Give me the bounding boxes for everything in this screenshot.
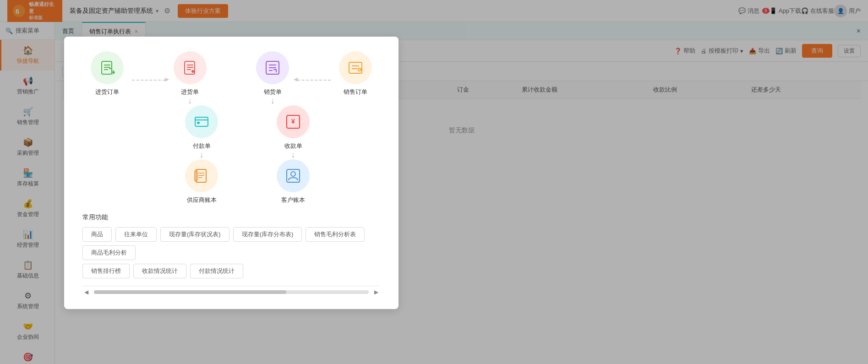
sales-order-icon [347, 60, 364, 76]
supplier-ledger-icon [193, 168, 210, 184]
flow-item-purchase-bill[interactable]: 进货单 [165, 51, 215, 96]
flow-item-supplier-ledger[interactable]: 供应商账本 [174, 159, 229, 204]
sales-bill-label: 销货单 [264, 88, 282, 96]
svg-text:¥: ¥ [291, 118, 295, 125]
common-func-title: 常用功能 [82, 213, 380, 222]
flow-item-payment[interactable]: ¥ 付款单 [174, 105, 229, 150]
func-btn-sales-gross[interactable]: 销售毛利分析表 [306, 227, 365, 242]
func-btn-sales-rank[interactable]: 销售排行榜 [82, 264, 130, 278]
sales-order-circle [339, 51, 372, 84]
scroll-track [94, 290, 369, 294]
purchase-order-icon [99, 60, 115, 76]
svg-point-10 [191, 70, 194, 73]
func-btn-receipt-stats[interactable]: 收款情况统计 [133, 264, 186, 278]
func-buttons-row2: 销售排行榜 收款情况统计 付款情况统计 [82, 264, 380, 278]
svg-rect-15 [349, 62, 362, 73]
func-btn-payment-stats[interactable]: 付款情况统计 [190, 264, 243, 278]
quick-nav-popup: 进货订单 ▶ 进货单 [64, 37, 399, 309]
receipt-circle: ¥ [277, 105, 310, 138]
customer-ledger-circle [277, 159, 310, 192]
receipt-label: 收款单 [284, 142, 302, 150]
func-btn-stock-dist[interactable]: 现存量(库存分布表) [233, 227, 302, 242]
func-buttons-row1: 商品 往来单位 现存量(库存状况表) 现存量(库存分布表) 销售毛利分析表 商品… [82, 227, 380, 260]
func-btn-contacts[interactable]: 往来单位 [115, 227, 157, 242]
func-btn-product[interactable]: 商品 [82, 227, 112, 242]
sales-bill-circle [256, 51, 289, 84]
sales-bill-icon [264, 60, 281, 76]
common-func-section: 常用功能 商品 往来单位 现存量(库存状况表) 现存量(库存分布表) 销售毛利分… [82, 213, 380, 278]
svg-text:¥: ¥ [197, 121, 200, 125]
purchase-bill-circle [174, 51, 207, 84]
receipt-icon: ¥ [285, 114, 301, 130]
customer-ledger-icon [285, 168, 301, 184]
scroll-right-button[interactable]: ▶ [372, 289, 380, 295]
supplier-ledger-circle [185, 159, 218, 192]
svg-point-18 [358, 68, 361, 71]
purchase-order-circle [91, 51, 124, 84]
purchase-bill-label: 进货单 [181, 88, 199, 96]
svg-point-31 [291, 172, 295, 176]
payment-icon: ¥ [193, 114, 210, 130]
flow-item-purchase-order[interactable]: 进货订单 [82, 51, 132, 96]
supplier-ledger-label: 供应商账本 [187, 196, 217, 204]
payment-circle: ¥ [185, 105, 218, 138]
scroll-area: ◀ ▶ [82, 286, 380, 298]
func-btn-stock-status[interactable]: 现存量(库存状况表) [160, 227, 229, 242]
payment-label: 付款单 [193, 142, 211, 150]
flow-item-customer-ledger[interactable]: 客户账本 [266, 159, 321, 204]
scroll-thumb[interactable] [94, 290, 286, 294]
purchase-bill-icon [182, 60, 198, 76]
purchase-order-label: 进货订单 [95, 88, 119, 96]
scroll-left-button[interactable]: ◀ [82, 289, 90, 295]
sales-order-label: 销售订单 [344, 88, 367, 96]
flow-item-sales-bill[interactable]: 销货单 [248, 51, 297, 96]
flow-item-receipt[interactable]: ¥ 收款单 [266, 105, 321, 150]
flow-item-sales-order[interactable]: 销售订单 [331, 51, 380, 96]
func-btn-product-gross[interactable]: 商品毛利分析 [82, 245, 136, 260]
customer-ledger-label: 客户账本 [281, 196, 305, 204]
